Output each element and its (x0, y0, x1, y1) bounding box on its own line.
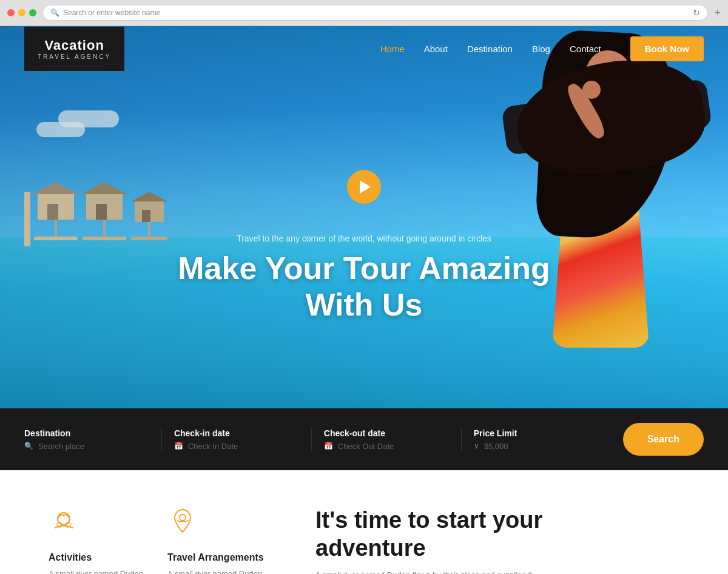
checkout-field: Check-out date 📅 Check Out Date (312, 428, 462, 451)
nav-item-about[interactable]: About (424, 44, 448, 55)
feature-activities: Activities A small river named Duden (49, 507, 143, 574)
nav-link-blog[interactable]: Blog (532, 44, 550, 54)
browser-dots (7, 9, 36, 16)
nav-item-blog[interactable]: Blog (532, 44, 550, 55)
adventure-title: It's time to start your adventure (315, 507, 679, 562)
nav-links: Home About Destination Blog Contact Book… (380, 36, 704, 61)
pier-walkway (24, 192, 30, 246)
destination-field: Destination 🔍 Search place (24, 428, 162, 451)
hero-title-line2: With Us (305, 287, 422, 322)
logo-main-text: Vacation (44, 38, 104, 53)
hero-section: Travel to the any corner of the world, w… (0, 26, 728, 408)
hero-title: Make Your Tour Amazing With Us (152, 251, 576, 323)
address-text: Search or enter website name (63, 8, 160, 17)
checkin-placeholder: Check In Date (188, 442, 238, 451)
price-field: Price Limit ∨ $5,000 (462, 428, 611, 451)
travel-title: Travel Arrangements (167, 552, 264, 563)
destination-label: Destination (24, 428, 149, 438)
dot-maximize[interactable] (29, 9, 36, 16)
destination-search-icon: 🔍 (24, 442, 33, 450)
activities-title: Activities (49, 552, 143, 563)
search-icon: 🔍 (50, 8, 59, 17)
adventure-title-line2: adventure (315, 535, 426, 561)
dot-minimize[interactable] (18, 9, 25, 16)
checkin-field: Check-in date 📅 Check In Date (162, 428, 312, 451)
price-input-wrap[interactable]: ∨ $5,000 (474, 442, 599, 451)
travel-desc: A small river named Duden (167, 569, 264, 574)
travel-icon (167, 507, 264, 542)
refresh-icon[interactable]: ↻ (693, 8, 700, 18)
browser-chrome: 🔍 Search or enter website name ↻ + (0, 0, 728, 26)
search-button[interactable]: Search (623, 423, 704, 456)
search-bar: Destination 🔍 Search place Check-in date… (0, 408, 728, 470)
checkout-input-wrap[interactable]: 📅 Check Out Date (324, 442, 449, 451)
checkout-placeholder: Check Out Date (338, 442, 394, 451)
nav-link-home[interactable]: Home (380, 44, 405, 54)
feature-items: Activities A small river named Duden Tra… (49, 507, 279, 574)
play-button[interactable] (347, 170, 381, 204)
hero-subtitle: Travel to the any corner of the world, w… (152, 234, 576, 243)
adventure-description: A small river named Duden flows by their… (315, 569, 679, 574)
nav-link-contact[interactable]: Contact (570, 44, 601, 54)
svg-point-0 (58, 513, 70, 525)
price-label: Price Limit (474, 428, 599, 438)
activities-icon (49, 507, 143, 542)
address-bar[interactable]: 🔍 Search or enter website name ↻ (42, 5, 708, 21)
bungalow-2 (83, 193, 126, 240)
dot-close[interactable] (7, 9, 15, 16)
hero-title-line1: Make Your Tour Amazing (178, 251, 550, 286)
logo-sub-text: TRAVEL AGENCY (38, 53, 111, 60)
bungalow-1 (34, 193, 78, 240)
svg-point-3 (180, 515, 186, 521)
calendar-icon-checkin: 📅 (174, 442, 183, 450)
checkin-label: Check-in date (174, 428, 299, 438)
price-value: $5,000 (484, 442, 508, 451)
nav-item-contact[interactable]: Contact (570, 44, 601, 55)
book-now-button[interactable]: Book Now (630, 36, 704, 61)
nav-item-home[interactable]: Home (380, 44, 405, 55)
feature-travel: Travel Arrangements A small river named … (167, 507, 264, 574)
play-icon (360, 180, 371, 194)
calendar-icon-checkout: 📅 (324, 442, 333, 450)
nav-item-destination[interactable]: Destination (467, 44, 513, 55)
destination-placeholder: Search place (38, 442, 84, 451)
below-fold-section: Activities A small river named Duden Tra… (0, 470, 728, 574)
activities-desc: A small river named Duden (49, 569, 143, 574)
website-container: Vacation TRAVEL AGENCY Home About Destin… (0, 26, 728, 574)
new-tab-button[interactable]: + (714, 7, 721, 19)
logo[interactable]: Vacation TRAVEL AGENCY (24, 27, 124, 71)
destination-input-wrap[interactable]: 🔍 Search place (24, 442, 149, 451)
navbar: Vacation TRAVEL AGENCY Home About Destin… (0, 27, 728, 71)
checkin-input-wrap[interactable]: 📅 Check In Date (174, 442, 299, 451)
adventure-title-line1: It's time to start your (315, 507, 542, 533)
nav-link-about[interactable]: About (424, 44, 448, 54)
features-section: Activities A small river named Duden Tra… (49, 507, 279, 574)
checkout-label: Check-out date (324, 428, 449, 438)
hero-text: Travel to the any corner of the world, w… (152, 234, 576, 323)
bungalows-group (34, 193, 167, 240)
chevron-down-icon: ∨ (474, 442, 479, 450)
book-now-item[interactable]: Book Now (621, 36, 704, 61)
nav-link-destination[interactable]: Destination (467, 44, 513, 54)
adventure-section: It's time to start your adventure A smal… (315, 507, 679, 574)
